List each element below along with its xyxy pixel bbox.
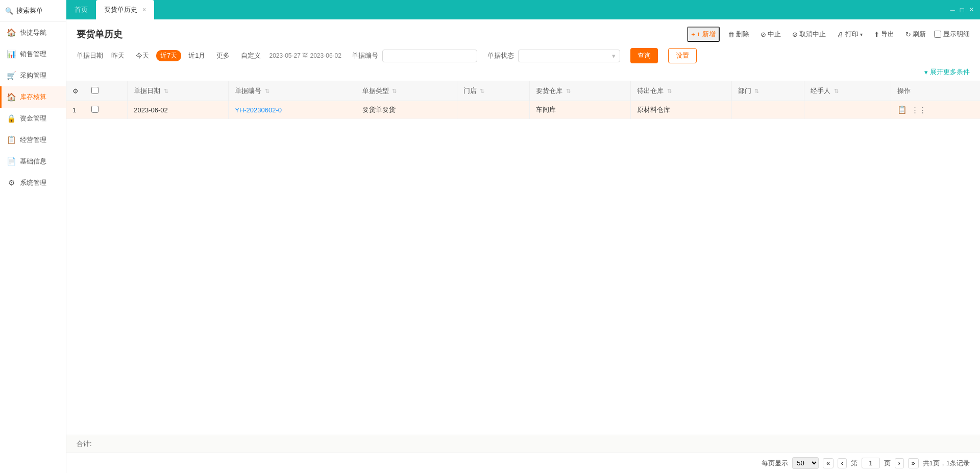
cancel-stop-button[interactable]: ⊘ 取消中止 (789, 28, 829, 41)
sidebar-item-label: 经营管理 (20, 135, 46, 145)
date-tab-7days[interactable]: 近7天 (156, 50, 181, 61)
print-icon: 🖨 (837, 31, 844, 38)
table-header-doc-date[interactable]: 单据日期 ⇅ (128, 81, 229, 101)
table-header-store[interactable]: 门店 ⇅ (457, 81, 529, 101)
sort-icon-handler: ⇅ (834, 88, 839, 94)
row-more-icon[interactable]: ⋮⋮ (911, 105, 926, 114)
table-header-handler[interactable]: 经手人 ⇅ (804, 81, 891, 101)
summary-label: 合计: (77, 440, 92, 447)
row-index: 1 (66, 101, 85, 119)
date-tabs: 昨天 今天 近7天 近1月 更多 自定义 (107, 50, 265, 61)
tab-home[interactable]: 首页 (66, 0, 96, 19)
tab-requisition-label: 要货单历史 (104, 5, 137, 14)
stop-button[interactable]: ⊘ 中止 (757, 28, 784, 41)
sidebar-search[interactable]: 🔍 搜索菜单 (0, 0, 66, 22)
sidebar-item-finance[interactable]: 🔒 资金管理 (0, 108, 66, 129)
doc-number-input[interactable] (382, 50, 477, 62)
date-range-display: 2023-05-27 至 2023-06-02 (269, 52, 341, 60)
row-req-warehouse: 车间库 (530, 101, 631, 119)
sort-icon-store: ⇅ (480, 88, 484, 94)
doc-number-filter: 单据编号 (352, 50, 477, 62)
table-header-department[interactable]: 部门 ⇅ (731, 81, 804, 101)
export-icon: ⬆ (874, 31, 879, 38)
sidebar-item-system[interactable]: ⚙ 系统管理 (0, 172, 66, 194)
footer-summary: 合计: (66, 435, 980, 453)
stop-icon: ⊘ (761, 31, 766, 38)
query-button[interactable]: 查询 (630, 48, 658, 63)
sidebar-item-quick-nav[interactable]: 🏠 快捷导航 (0, 22, 66, 43)
base-icon: 📄 (7, 157, 16, 166)
per-page-select[interactable]: 50 20 100 (792, 457, 819, 469)
table-wrapper: ⚙ 单据日期 ⇅ 单据编号 ⇅ 单据类型 (66, 81, 980, 435)
sidebar-search-label: 搜索菜单 (16, 6, 43, 15)
new-icon: + (691, 31, 695, 38)
doc-number-label: 单据编号 (352, 51, 378, 60)
window-minimize-btn[interactable]: ─ (950, 6, 955, 14)
window-maximize-btn[interactable]: □ (960, 6, 964, 14)
doc-no-link[interactable]: YH-20230602-0 (235, 106, 282, 114)
first-page-btn[interactable]: « (823, 458, 834, 468)
table-row: 1 2023-06-02 YH-20230602-0 要货单要货 车间库 原材料… (66, 101, 980, 119)
doc-status-filter: 单据状态 ▾ (487, 50, 620, 62)
date-tab-1month[interactable]: 近1月 (184, 50, 209, 61)
sidebar-item-label: 系统管理 (20, 178, 46, 187)
row-pending-warehouse: 原材料仓库 (630, 101, 731, 119)
system-icon: ⚙ (7, 178, 16, 187)
date-tab-more[interactable]: 更多 (212, 50, 234, 61)
inventory-icon: 🏠 (7, 92, 16, 102)
delete-button[interactable]: 🗑 删除 (725, 28, 752, 41)
sort-icon-department: ⇅ (754, 88, 759, 94)
window-close-btn[interactable]: × (969, 5, 974, 14)
sidebar-item-label: 快捷导航 (20, 28, 46, 37)
table-header-pending-warehouse[interactable]: 待出仓库 ⇅ (630, 81, 731, 101)
chevron-down-icon: ▾ (612, 52, 616, 60)
last-page-btn[interactable]: » (908, 458, 919, 468)
date-tab-yesterday[interactable]: 昨天 (107, 50, 129, 61)
expand-more-btn[interactable]: ▾ 展开更多条件 (924, 67, 970, 77)
display-detail-toggle[interactable]: 显示明细 (934, 30, 970, 39)
select-all-checkbox[interactable] (91, 87, 99, 94)
next-page-btn[interactable]: › (895, 458, 904, 468)
operations-icon: 📋 (7, 135, 16, 145)
prev-page-btn[interactable]: ‹ (838, 458, 847, 468)
filter-row: 单据日期 昨天 今天 近7天 近1月 更多 自定义 2023-05-27 至 2… (77, 48, 970, 63)
search-icon: 🔍 (5, 7, 13, 15)
toolbar: + + 新增 🗑 删除 ⊘ 中止 ⊘ 取消中止 🖨 打印 (687, 27, 970, 42)
table-header-row: ⚙ 单据日期 ⇅ 单据编号 ⇅ 单据类型 (66, 81, 980, 101)
table-header-doc-no[interactable]: 单据编号 ⇅ (229, 81, 356, 101)
print-button[interactable]: 🖨 打印 ▾ (834, 28, 866, 41)
new-button[interactable]: + + 新增 (687, 27, 720, 42)
expand-more-icon: ▾ (924, 68, 928, 76)
row-select-checkbox[interactable] (91, 106, 99, 113)
tab-bar-right: ─ □ × (950, 5, 980, 14)
filter-bar: 单据日期 昨天 今天 近7天 近1月 更多 自定义 2023-05-27 至 2… (66, 42, 980, 81)
display-detail-checkbox[interactable] (934, 31, 941, 38)
date-tab-custom[interactable]: 自定义 (237, 50, 265, 61)
table-header-req-warehouse[interactable]: 要货仓库 ⇅ (530, 81, 631, 101)
page-title: 要货单历史 (77, 28, 122, 40)
expand-more-label: 展开更多条件 (930, 67, 970, 77)
sidebar-item-operations[interactable]: 📋 经营管理 (0, 129, 66, 151)
sidebar-item-base[interactable]: 📄 基础信息 (0, 151, 66, 172)
tab-home-label: 首页 (75, 5, 88, 14)
date-tab-today[interactable]: 今天 (132, 50, 153, 61)
tab-requisition-history[interactable]: 要货单历史 × (96, 0, 154, 19)
row-checkbox (85, 101, 128, 119)
refresh-button[interactable]: ↻ 刷新 (902, 28, 929, 41)
table-header-actions: 操作 (891, 81, 980, 101)
sidebar-item-label: 采购管理 (20, 71, 46, 80)
sidebar-item-purchase[interactable]: 🛒 采购管理 (0, 65, 66, 86)
data-table: ⚙ 单据日期 ⇅ 单据编号 ⇅ 单据类型 (66, 81, 980, 119)
row-edit-icon[interactable]: 📋 (897, 105, 907, 114)
sidebar-item-sales[interactable]: 📊 销售管理 (0, 43, 66, 65)
doc-status-select[interactable]: ▾ (518, 50, 620, 62)
sidebar-item-inventory[interactable]: 🏠 库存核算 (0, 86, 66, 108)
cart-icon: 🛒 (7, 71, 16, 80)
table-settings-col[interactable]: ⚙ (66, 81, 85, 101)
settings-button[interactable]: 设置 (668, 48, 697, 63)
export-button[interactable]: ⬆ 导出 (871, 28, 897, 41)
table-header-doc-type[interactable]: 单据类型 ⇅ (356, 81, 457, 101)
tab-close-icon[interactable]: × (142, 6, 146, 13)
page-number-input[interactable] (862, 458, 880, 468)
sort-icon-doc-type: ⇅ (392, 88, 397, 94)
